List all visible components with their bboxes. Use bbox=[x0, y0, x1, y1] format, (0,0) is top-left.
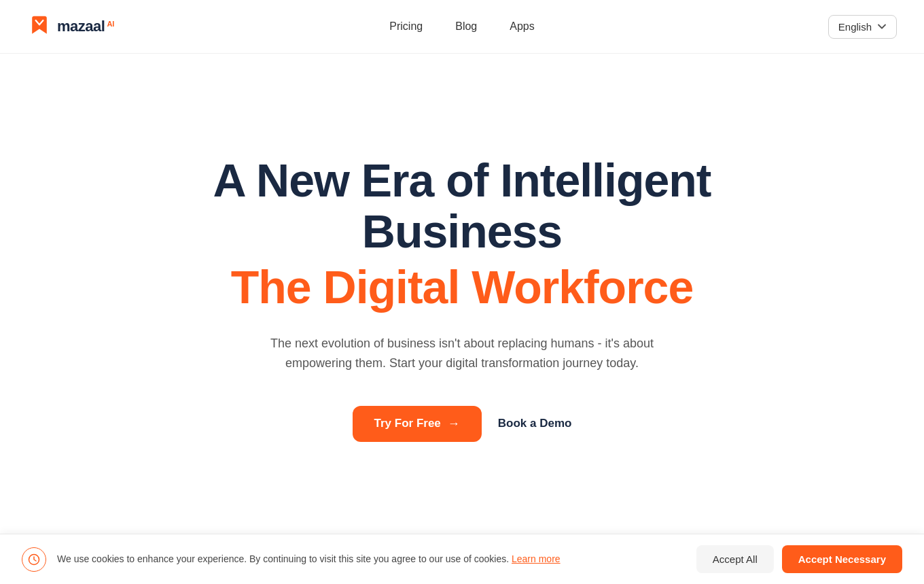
clock-icon bbox=[28, 553, 40, 566]
nav-apps[interactable]: Apps bbox=[510, 20, 534, 33]
hero-title: A New Era of Intelligent Business bbox=[213, 155, 711, 257]
cookie-actions: Accept All Accept Necessary bbox=[696, 545, 902, 573]
try-for-free-label: Try For Free bbox=[374, 417, 441, 430]
logo[interactable]: mazaalAI bbox=[27, 14, 114, 39]
logo-wordmark: mazaal bbox=[57, 18, 105, 35]
chevron-down-icon bbox=[877, 22, 887, 31]
nav-blog[interactable]: Blog bbox=[455, 20, 477, 33]
hero-cta-group: Try For Free → Book a Demo bbox=[353, 406, 572, 442]
hero-title-orange: The Digital Workforce bbox=[231, 260, 694, 315]
hero-section: A New Era of Intelligent Business The Di… bbox=[0, 54, 924, 516]
main-nav: Pricing Blog Apps bbox=[389, 20, 534, 33]
cookie-learn-more-link[interactable]: Learn more bbox=[512, 553, 561, 564]
accept-all-button[interactable]: Accept All bbox=[696, 545, 774, 573]
cookie-text-main: We use cookies to enhance your experienc… bbox=[57, 553, 509, 564]
hero-title-line2: Business bbox=[362, 205, 562, 257]
language-label: English bbox=[838, 21, 872, 33]
hero-subtitle: The next evolution of business isn't abo… bbox=[245, 334, 679, 373]
language-selector[interactable]: English bbox=[828, 15, 897, 39]
hero-title-line1: A New Era of Intelligent bbox=[213, 154, 711, 206]
try-for-free-button[interactable]: Try For Free → bbox=[353, 406, 482, 442]
logo-icon bbox=[27, 14, 52, 39]
book-demo-button[interactable]: Book a Demo bbox=[498, 417, 572, 430]
nav-pricing[interactable]: Pricing bbox=[389, 20, 423, 33]
cookie-message: We use cookies to enhance your experienc… bbox=[57, 552, 561, 566]
logo-text: mazaalAI bbox=[57, 18, 114, 35]
header: mazaalAI Pricing Blog Apps English bbox=[0, 0, 924, 54]
accept-necessary-button[interactable]: Accept Necessary bbox=[782, 545, 902, 573]
cookie-icon-wrap bbox=[22, 547, 46, 572]
arrow-icon: → bbox=[448, 417, 460, 431]
logo-ai-badge: AI bbox=[107, 20, 114, 28]
cookie-banner: We use cookies to enhance your experienc… bbox=[0, 534, 924, 584]
cookie-left-section: We use cookies to enhance your experienc… bbox=[22, 547, 561, 572]
